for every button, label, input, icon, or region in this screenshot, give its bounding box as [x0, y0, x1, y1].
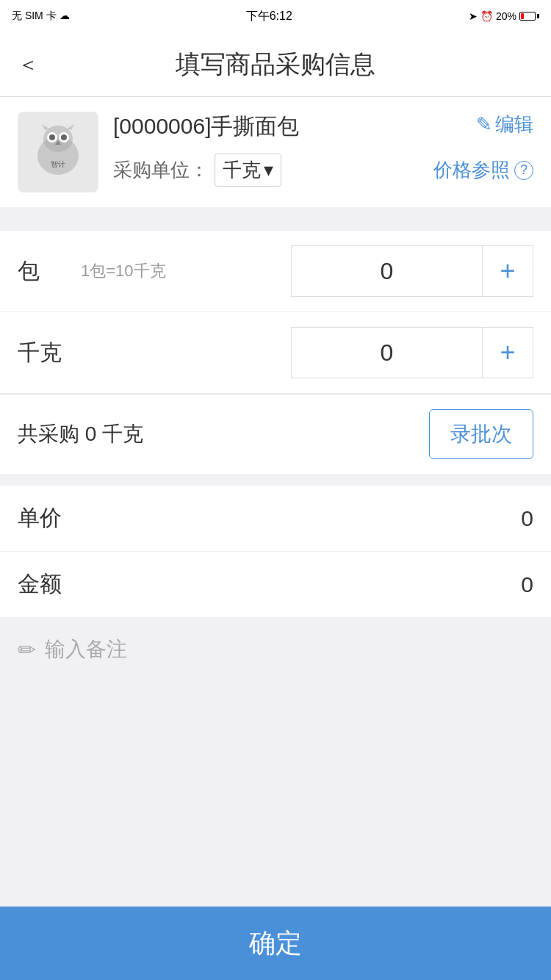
- product-name: [0000006]手撕面包: [113, 112, 299, 142]
- price-ref-button[interactable]: 价格参照 ?: [433, 157, 533, 183]
- amount-value: 0: [521, 572, 533, 597]
- dropdown-icon: ▾: [264, 159, 273, 181]
- back-button[interactable]: ＜: [18, 51, 38, 79]
- unit-label: 采购单位：: [113, 157, 209, 183]
- status-right: ➤ ⏰ 20%: [469, 10, 539, 22]
- kg-plus-button[interactable]: +: [482, 327, 533, 378]
- page-title: 填写商品采购信息: [176, 48, 375, 82]
- confirm-button-label: 确定: [249, 926, 302, 962]
- bag-label: 包: [18, 256, 76, 287]
- empty-space: [0, 681, 551, 887]
- summary-row: 共采购 0 千克 录批次: [0, 394, 551, 474]
- price-ref-label: 价格参照: [433, 157, 510, 183]
- summary-text: 共采购 0 千克: [18, 420, 429, 448]
- amount-row: 金额 0: [0, 552, 551, 618]
- alarm-icon: ⏰: [480, 10, 493, 22]
- kg-quantity-input[interactable]: [291, 327, 482, 378]
- location-icon: ➤: [469, 10, 478, 22]
- unit-price-row: 单价 0: [0, 486, 551, 552]
- status-bar: 无 SIM 卡 ☁ 下午6:12 ➤ ⏰ 20%: [0, 0, 551, 32]
- unit-price-value: 0: [521, 506, 533, 531]
- product-card: 智计 [0000006]手撕面包 ✎ 编辑 采购单位： 千克 ▾: [0, 97, 551, 207]
- notes-placeholder: 输入备注: [45, 635, 127, 663]
- nav-bar: ＜ 填写商品采购信息: [0, 32, 551, 97]
- product-info: [0000006]手撕面包 ✎ 编辑 采购单位： 千克 ▾ 价格参照 ?: [113, 112, 533, 187]
- product-thumbnail: 智计: [18, 112, 98, 192]
- amount-label: 金额: [18, 569, 521, 599]
- edit-icon: ✎: [476, 113, 492, 136]
- edit-button[interactable]: ✎ 编辑: [476, 112, 533, 137]
- kg-label: 千克: [18, 338, 76, 368]
- sim-status: 无 SIM 卡 ☁: [12, 10, 70, 23]
- status-time: 下午6:12: [246, 9, 292, 24]
- product-logo: 智计: [29, 123, 87, 181]
- bag-sublabel: 1包=10千克: [81, 260, 166, 282]
- kg-input-row: 千克 +: [0, 312, 551, 394]
- bag-input-row: 包 1包=10千克 +: [0, 231, 551, 312]
- confirm-bar[interactable]: 确定: [0, 907, 551, 980]
- unit-select[interactable]: 千克 ▾: [215, 154, 281, 187]
- edit-label: 编辑: [495, 112, 533, 137]
- unit-price-label: 单价: [18, 503, 521, 533]
- svg-point-4: [49, 134, 55, 140]
- battery-percent: 20%: [496, 10, 516, 22]
- divider-2: [0, 474, 551, 486]
- unit-value: 千克: [223, 157, 261, 183]
- svg-text:智计: 智计: [51, 160, 65, 168]
- bag-quantity-input[interactable]: [291, 245, 482, 297]
- batch-button[interactable]: 录批次: [429, 409, 533, 459]
- status-left: 无 SIM 卡 ☁: [12, 10, 70, 23]
- bag-plus-button[interactable]: +: [482, 245, 533, 297]
- pencil-icon: ✏: [18, 637, 36, 663]
- notes-area[interactable]: ✏ 输入备注: [0, 618, 551, 681]
- back-icon: ＜: [18, 53, 38, 76]
- battery-icon: [519, 12, 539, 21]
- help-icon: ?: [514, 161, 533, 180]
- divider-1: [0, 219, 551, 231]
- svg-point-5: [61, 134, 67, 140]
